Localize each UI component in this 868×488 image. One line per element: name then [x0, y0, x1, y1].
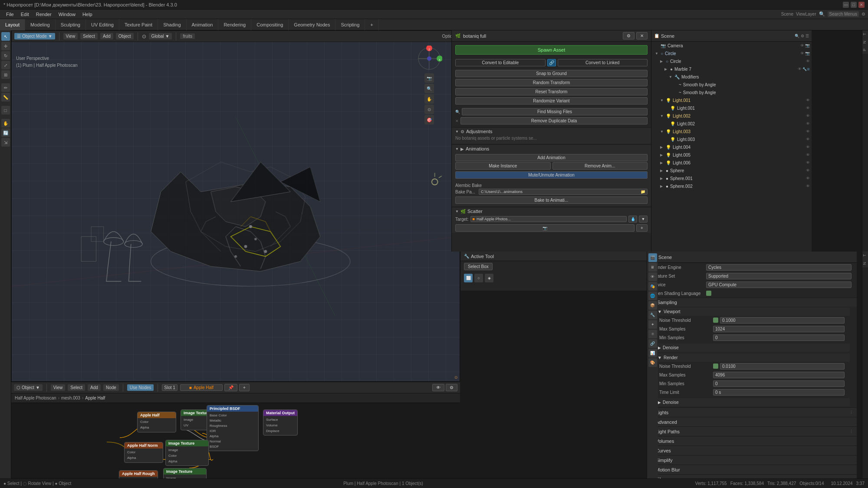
tab-texture-paint[interactable]: Texture Paint: [119, 19, 158, 30]
prop-tab-constraint[interactable]: 🔗: [648, 339, 657, 348]
prop-tab-modifier[interactable]: 🔧: [648, 311, 657, 319]
motion-blur-header[interactable]: ▶ Motion Blur: [647, 465, 857, 474]
tool-strip-btn-3[interactable]: P: [862, 46, 868, 54]
menu-file[interactable]: File: [3, 11, 17, 18]
object-menu[interactable]: Object: [116, 33, 134, 39]
eye-icon-sphere-001[interactable]: 👁: [806, 176, 810, 180]
snap-ground-button[interactable]: Snap to Ground: [455, 70, 648, 77]
new-material-btn[interactable]: +: [239, 384, 250, 391]
mode-dropdown[interactable]: ☰ Object Mode ▼: [14, 33, 55, 39]
node-node-menu[interactable]: Node: [103, 384, 119, 391]
eye-icon-circle-obj[interactable]: 👁: [806, 59, 810, 63]
tool-mode-btn-1[interactable]: ⬜: [464, 274, 473, 282]
camera-restrict-circle[interactable]: 📷: [805, 51, 810, 56]
randomize-variant-button[interactable]: Randomize Variant: [455, 97, 648, 105]
global-local[interactable]: Global ▼: [149, 33, 172, 39]
outliner-search[interactable]: 🔍: [795, 34, 799, 38]
tab-add[interactable]: +: [365, 19, 378, 30]
tree-item-smooth-1[interactable]: ~ Smooth by Angle: [651, 81, 812, 88]
render-max-samples-value[interactable]: 4096: [713, 372, 845, 378]
scatter-header[interactable]: ▼ 🌿 Scatter: [455, 209, 648, 214]
camera-restrict[interactable]: 📷: [805, 43, 810, 48]
tree-item-sphere[interactable]: ▶ ● Sphere 👁: [651, 167, 812, 174]
reset-transform-button[interactable]: Reset Transform: [455, 88, 648, 95]
prop-tab-world[interactable]: 🌐: [648, 291, 657, 300]
eye-icon-sphere[interactable]: 👁: [806, 168, 810, 173]
eye-icon-light-003-obj[interactable]: 👁: [806, 137, 810, 141]
tree-item-camera[interactable]: 📷 Camera 👁 📷: [651, 42, 812, 49]
prop-tab-particle[interactable]: ✦: [648, 320, 657, 329]
tool-measure[interactable]: 📏: [1, 93, 10, 102]
node-select-menu[interactable]: Select: [68, 384, 85, 391]
eye-icon-light-001[interactable]: 👁: [806, 98, 810, 102]
tab-sculpting[interactable]: Sculpting: [56, 19, 86, 30]
prop-tab-material[interactable]: 🎨: [648, 358, 657, 367]
prop-tab-scene[interactable]: 🎭: [648, 282, 657, 291]
lights-options[interactable]: ⋮: [849, 410, 853, 415]
menu-edit[interactable]: Edit: [17, 11, 33, 18]
prop-tab-physics[interactable]: ⚛: [648, 330, 657, 338]
prop-tab-object[interactable]: 📦: [648, 301, 657, 310]
tab-shading[interactable]: Shading: [158, 19, 186, 30]
add-animation-button[interactable]: Add Animation: [455, 154, 648, 161]
tool-rotate2[interactable]: 🔄: [1, 128, 10, 137]
tree-item-smooth-2[interactable]: ~ Smooth by Angle: [651, 88, 812, 96]
simplify-header[interactable]: ▶ Simplify: [647, 455, 857, 465]
minimize-button[interactable]: —: [843, 2, 849, 8]
maximize-button[interactable]: □: [851, 2, 857, 8]
scatter-browse[interactable]: ▼: [639, 216, 648, 223]
tool-transform[interactable]: ⊞: [1, 70, 10, 79]
node-6[interactable]: Image Texture Image Color Alpha: [165, 440, 209, 466]
tree-item-light-001-col[interactable]: ▼ 💡 Light.001 👁: [651, 96, 812, 104]
adjustments-header[interactable]: ▼ ⚙ Adjustments: [455, 129, 648, 134]
tool-scale2[interactable]: ⇲: [1, 138, 10, 147]
breadcrumb-item-1[interactable]: Half Apple Photoscan: [15, 396, 56, 400]
eye-icon-light-004[interactable]: 👁: [806, 145, 810, 149]
render-noise-threshold-checkbox[interactable]: [713, 364, 718, 369]
max-samples-value[interactable]: 1024: [713, 326, 845, 332]
noise-threshold-value[interactable]: 0.1000: [720, 317, 845, 324]
tree-item-light-004[interactable]: ▶ 💡 Light.004 👁: [651, 143, 812, 151]
render-sampling-header[interactable]: ▼ Render: [654, 354, 850, 362]
pin-material-btn[interactable]: 📌: [224, 384, 237, 391]
tool-mode-btn-2[interactable]: ○: [474, 274, 483, 282]
menu-render[interactable]: Render: [33, 11, 55, 18]
close-button[interactable]: ✕: [858, 2, 865, 8]
eye-icon-light-002-obj[interactable]: 👁: [806, 121, 810, 126]
eye-icon-marble[interactable]: 👁: [798, 67, 802, 71]
tab-modeling[interactable]: Modeling: [25, 19, 56, 30]
eye-icon-camera[interactable]: 👁: [800, 43, 804, 48]
eye-icon-light-003[interactable]: 👁: [806, 129, 810, 134]
tree-item-light-002-col[interactable]: ▼ 💡 Light.002 👁: [651, 112, 812, 120]
bake-path-browse[interactable]: 📁: [641, 190, 645, 194]
tool-move[interactable]: ✛: [1, 42, 10, 50]
scatter-add-btn[interactable]: +: [636, 224, 648, 232]
node-view-menu[interactable]: View: [51, 384, 66, 391]
pivot-dropdown[interactable]: ⊙: [142, 33, 146, 39]
tree-item-sphere-001[interactable]: ▶ ● Sphere.001 👁: [651, 174, 812, 182]
viewport-canvas[interactable]: User Perspective (1) Plum | Half Apple P…: [12, 42, 460, 381]
bake-path-field[interactable]: C:\Users\1\...animations 📁: [479, 189, 648, 195]
add-menu[interactable]: Add: [100, 33, 113, 39]
material-selector[interactable]: ■ Apple Half: [180, 384, 223, 391]
tree-item-light-006[interactable]: ▶ 💡 Light.006 👁: [651, 159, 812, 167]
eye-icon-light-002[interactable]: 👁: [806, 114, 810, 118]
tab-rendering[interactable]: Rendering: [218, 19, 251, 30]
tool-scale[interactable]: ⤢: [1, 61, 10, 69]
device-value[interactable]: GPU Compute: [706, 282, 852, 288]
find-missing-button[interactable]: Find Missing Files: [462, 108, 648, 115]
eye-icon-light-005[interactable]: 👁: [806, 153, 810, 157]
select-box-button[interactable]: Select Box: [464, 263, 493, 270]
tree-item-light-001-obj[interactable]: 💡 Light.001 👁: [651, 104, 812, 112]
breadcrumb-item-2[interactable]: mesh.003: [61, 396, 80, 400]
node-menu-btn[interactable]: ⚙: [446, 384, 457, 391]
botaniq-close[interactable]: ✕: [636, 32, 648, 39]
tree-item-circle[interactable]: ▼ ○ Circle 👁 📷: [651, 49, 812, 57]
render-noise-threshold-value[interactable]: 0.0100: [720, 363, 845, 370]
node-overlay-btn[interactable]: 👁: [432, 384, 444, 391]
render-engine-value[interactable]: Cycles: [706, 264, 852, 271]
convert-linked-button[interactable]: Convert to Linked: [558, 59, 648, 66]
prop-tab-output[interactable]: 🖥: [648, 263, 657, 272]
tool-rotate[interactable]: ↻: [1, 51, 10, 60]
tree-item-light-003-col[interactable]: ▼ 💡 Light.003 👁: [651, 128, 812, 135]
